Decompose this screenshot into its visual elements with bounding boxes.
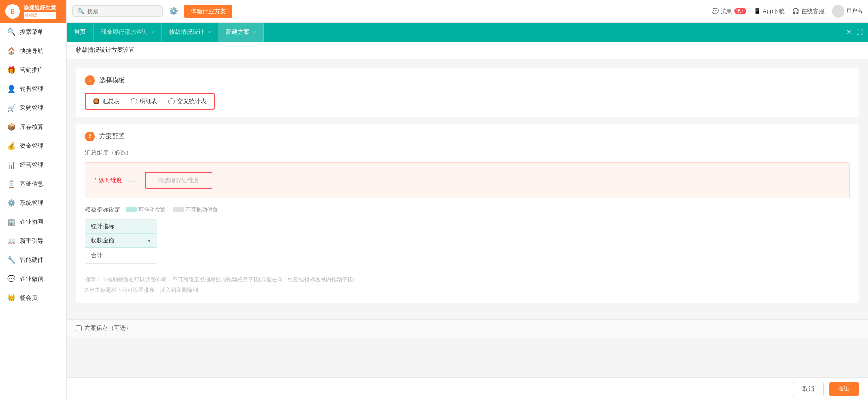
template-options: 汇总表 明细表 交叉统计表 — [85, 93, 215, 110]
cart-icon: 🛒 — [7, 104, 15, 112]
metrics-column-header[interactable]: 收款金额 ▼ — [85, 234, 157, 248]
sidebar-item-enterprise[interactable]: 🏢 企业协同 — [0, 212, 66, 231]
sidebar-item-marketing[interactable]: 🎁 营销推广 — [0, 61, 66, 80]
legend-fixed: 不可拖动位置 — [173, 206, 218, 214]
gift-icon: 🎁 — [7, 66, 15, 74]
user-profile[interactable]: 用户名 — [832, 5, 863, 18]
tab-close-button[interactable]: ✕ — [846, 28, 852, 36]
topbar-right: 💬 消息 99+ 📱 App下载 🎧 在线客服 用户名 — [712, 5, 863, 18]
step2-number: 2 — [85, 132, 95, 141]
logo-text: 畅捷通好生意 标准版 — [24, 4, 56, 19]
radio-cross-label: 交叉统计表 — [177, 97, 207, 105]
content-area: 收款情况统计方案设置 1 选择模板 汇总表 明细表 — [67, 42, 868, 377]
metrics-label: 模板指标设定 — [85, 206, 120, 214]
tips-title: 提示： 1.拖动标题栏可以调整布局，不可跨维度或指标区域拖动栏目字段(只能在同一… — [85, 274, 850, 285]
tab-actions: ✕ ⛶ — [841, 23, 868, 42]
radio-cross-input[interactable] — [168, 98, 175, 104]
tab-bank-flow[interactable]: 现金银行流水查询 × — [94, 23, 162, 42]
download-button[interactable]: 📱 App下载 — [754, 7, 785, 15]
search-menu-icon: 🔍 — [7, 28, 15, 36]
radio-detail-label: 明细表 — [140, 97, 157, 105]
sidebar-item-basic-info[interactable]: 📋 基础信息 — [0, 174, 66, 193]
tab-collection-stats[interactable]: 收款情况统计 × — [162, 23, 218, 42]
clipboard-icon: 📋 — [7, 180, 15, 188]
user-icon: 👤 — [7, 85, 15, 93]
save-option[interactable]: 方案保存（可选） — [76, 324, 132, 332]
sidebar-item-system[interactable]: ⚙️ 系统管理 — [0, 193, 66, 212]
avatar — [832, 5, 844, 18]
chevron-down-icon: ▼ — [147, 238, 151, 243]
draggable-indicator — [126, 207, 137, 212]
arrow-icon: — — [129, 176, 137, 185]
bottom-actions: 取消 查询 — [67, 377, 868, 400]
message-button[interactable]: 💬 消息 99+ — [712, 7, 746, 15]
logo-icon: B — [5, 4, 20, 19]
radio-summary-label: 汇总表 — [102, 97, 120, 105]
metrics-grid-header: 统计指标 — [85, 220, 157, 234]
fixed-indicator — [173, 207, 184, 212]
topbar: 🔍 ⚙️ 体验行业方案 💬 消息 99+ 📱 App下载 🎧 在线客服 用户名 — [67, 0, 868, 23]
sidebar-item-member[interactable]: 👑 畅会员 — [0, 288, 66, 307]
page-footer: 方案保存（可选） — [67, 319, 868, 337]
radio-summary-input[interactable] — [93, 98, 99, 104]
tab-close-collection-stats[interactable]: × — [208, 29, 211, 35]
metrics-row-total: 合计 — [85, 248, 157, 263]
topbar-search-box[interactable]: 🔍 — [72, 5, 163, 17]
sidebar-item-smart-hardware[interactable]: 🔧 智能硬件 — [0, 250, 66, 269]
tab-maximize-button[interactable]: ⛶ — [856, 28, 863, 36]
query-button[interactable]: 查询 — [829, 382, 859, 396]
wechat-icon: 💬 — [7, 275, 15, 283]
tab-home[interactable]: 首页 — [67, 23, 94, 42]
metrics-legend: 可拖动位置 不可拖动位置 — [126, 206, 218, 214]
tabbar: 首页 现金银行流水查询 × 收款情况统计 × 新建方案 × ✕ ⛶ — [67, 23, 868, 42]
industry-plan-button[interactable]: 体验行业方案 — [184, 5, 232, 18]
sidebar-item-operations[interactable]: 📊 经营管理 — [0, 155, 66, 174]
step1-section: 1 选择模板 汇总表 明细表 交叉统计表 — [76, 68, 859, 117]
sidebar-item-sales[interactable]: 👤 销售管理 — [0, 80, 66, 99]
sidebar-item-newbie[interactable]: 📖 新手引导 — [0, 231, 66, 250]
tips-item2: 2.点击标题栏下拉可设置排序、插入列和删除列 — [85, 285, 850, 296]
search-icon: 🔍 — [77, 8, 85, 14]
sidebar-item-inventory[interactable]: 📦 库存核算 — [0, 118, 66, 136]
step2-header: 2 方案配置 — [85, 132, 850, 141]
save-checkbox[interactable] — [76, 325, 82, 331]
sidebar-item-search-menu[interactable]: 🔍 搜索菜单 — [0, 23, 66, 42]
save-label: 方案保存（可选） — [85, 324, 132, 332]
tab-close-bank-flow[interactable]: × — [151, 29, 154, 35]
hardware-icon: 🔧 — [7, 256, 15, 264]
sidebar-item-finance[interactable]: 💰 资金管理 — [0, 136, 66, 155]
main-area: 🔍 ⚙️ 体验行业方案 💬 消息 99+ 📱 App下载 🎧 在线客服 用户名 — [67, 0, 868, 400]
step1-header: 1 选择模板 — [85, 75, 850, 85]
dimension-select[interactable]: 请选择分组维度 — [145, 172, 212, 189]
sidebar-item-wechat[interactable]: 💬 企业微信 — [0, 269, 66, 288]
sidebar-menu: 🔍 搜索菜单 🏠 快捷导航 🎁 营销推广 👤 销售管理 🛒 采购管理 📦 库存核… — [0, 23, 66, 400]
settings-button[interactable]: ⚙️ — [166, 4, 181, 19]
tips-section: 提示： 1.拖动标题栏可以调整布局，不可跨维度或指标区域拖动栏目字段(只能在同一… — [85, 274, 850, 296]
dimension-section-label: 汇总维度（必选） — [85, 149, 850, 157]
radio-cross[interactable]: 交叉统计表 — [168, 97, 207, 105]
money-icon: 💰 — [7, 142, 15, 150]
sidebar: B 畅捷通好生意 标准版 🔍 搜索菜单 🏠 快捷导航 🎁 营销推广 👤 销售管理… — [0, 0, 67, 400]
cancel-button[interactable]: 取消 — [793, 382, 824, 396]
crown-icon: 👑 — [7, 294, 15, 302]
dimension-row: 纵向维度 — 请选择分组维度 — [94, 172, 840, 189]
sidebar-item-purchase[interactable]: 🛒 采购管理 — [0, 99, 66, 118]
sidebar-logo: B 畅捷通好生意 标准版 — [0, 0, 66, 23]
legend-draggable: 可拖动位置 — [126, 206, 165, 214]
radio-detail[interactable]: 明细表 — [131, 97, 157, 105]
search-input[interactable] — [87, 8, 155, 14]
radio-summary[interactable]: 汇总表 — [93, 97, 120, 105]
download-icon: 📱 — [754, 8, 761, 14]
tab-close-new-plan[interactable]: × — [253, 29, 256, 35]
box-icon: 📦 — [7, 123, 15, 131]
gear-icon: ⚙️ — [7, 199, 15, 207]
home-icon: 🏠 — [7, 47, 15, 55]
step1-title: 选择模板 — [99, 76, 125, 85]
sidebar-item-quick-nav[interactable]: 🏠 快捷导航 — [0, 42, 66, 61]
support-button[interactable]: 🎧 在线客服 — [792, 7, 825, 15]
page-title: 收款情况统计方案设置 — [76, 47, 135, 53]
radio-detail-input[interactable] — [131, 98, 137, 104]
tab-new-plan[interactable]: 新建方案 × — [219, 23, 264, 42]
headset-icon: 🎧 — [792, 8, 799, 14]
page-body: 1 选择模板 汇总表 明细表 交叉统计表 — [67, 59, 868, 319]
